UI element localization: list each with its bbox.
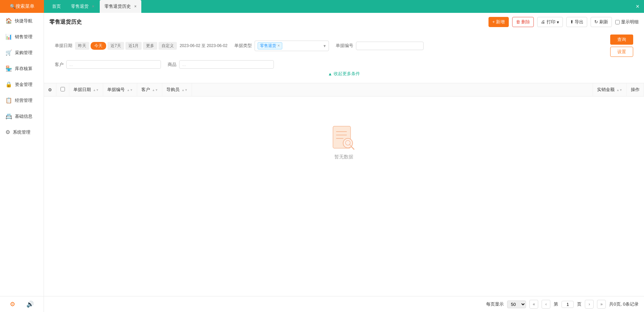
voucher-no-filter-group: 单据编号 bbox=[336, 42, 424, 50]
top-bar: 🔍 搜索菜单 首页 零售退货 × 零售退货历史 × × bbox=[0, 0, 644, 13]
delete-btn[interactable]: 🗑 删除 bbox=[512, 17, 534, 27]
customer-select[interactable]: ... bbox=[66, 60, 161, 69]
voucher-type-tag: 零售退货 × bbox=[258, 42, 282, 49]
voucher-type-filter-group: 单据类型 零售退货 × ▾ bbox=[234, 41, 329, 51]
page-label: 第 bbox=[554, 301, 558, 307]
tab-home[interactable]: 首页 bbox=[47, 0, 66, 13]
filter-area: 单据日期 昨天 今天 近7天 近1月 更多 自定义 2023-06-02 至 2… bbox=[49, 31, 639, 83]
page-size-label: 每页显示 bbox=[486, 301, 504, 307]
date-btns: 昨天 今天 近7天 近1月 更多 自定义 bbox=[75, 42, 177, 50]
date-range: 2023-06-02 至 2023-06-02 bbox=[180, 43, 227, 49]
empty-illustration bbox=[327, 124, 361, 154]
new-btn[interactable]: + 新增 bbox=[488, 17, 508, 27]
sidebar-item-finance-mgmt[interactable]: 🔒 资金管理 bbox=[0, 76, 44, 92]
sort-icon-guide: ▲▼ bbox=[182, 88, 188, 92]
show-detail-checkbox-label[interactable]: 显示明细 bbox=[615, 19, 639, 25]
setting-btn[interactable]: 设置 bbox=[610, 47, 633, 57]
page-input[interactable] bbox=[562, 301, 574, 308]
lock-icon: 🔒 bbox=[5, 81, 12, 88]
tab-retail-return-history[interactable]: 零售退货历史 × bbox=[100, 0, 141, 13]
sidebar-item-operations-mgmt[interactable]: 📋 经营管理 bbox=[0, 92, 44, 108]
sidebar-item-inventory-calc[interactable]: 🏪 库存核算 bbox=[0, 61, 44, 76]
col-actual-amount[interactable]: 实销金额 ▲▼ bbox=[593, 83, 626, 96]
window-close-btn[interactable]: × bbox=[631, 0, 644, 13]
goods-label: 商品 bbox=[168, 62, 176, 68]
select-all-checkbox[interactable] bbox=[61, 87, 65, 91]
goods-select[interactable]: ... bbox=[179, 60, 274, 69]
show-detail-checkbox[interactable] bbox=[615, 20, 620, 24]
empty-state: 暂无数据 bbox=[44, 96, 644, 187]
last-page-btn[interactable]: » bbox=[597, 300, 606, 309]
table-settings-icon[interactable]: ⚙ bbox=[48, 87, 52, 92]
data-table: ⚙ 单据日期 ▲▼ 单据编号 ▲▼ bbox=[44, 83, 644, 187]
filter-row-2: 客户 ... 商品 ... bbox=[55, 60, 633, 69]
tab-retail-return[interactable]: 零售退货 × bbox=[66, 0, 99, 13]
date-btn-yesterday[interactable]: 昨天 bbox=[75, 42, 89, 50]
col-action: 操作 bbox=[627, 83, 644, 96]
content-area: 零售退货历史 + 新增 🗑 删除 🖨 打印 ▾ ⬆ 导出 bbox=[44, 13, 644, 312]
home-icon: 🏠 bbox=[5, 18, 12, 24]
tab-bar: 首页 零售退货 × 零售退货历史 × bbox=[44, 0, 631, 13]
query-btn[interactable]: 查询 bbox=[610, 35, 633, 45]
refresh-btn[interactable]: ↻ 刷新 bbox=[591, 17, 612, 27]
export-btn[interactable]: ⬆ 导出 bbox=[566, 17, 588, 27]
date-btn-more[interactable]: 更多 bbox=[143, 42, 157, 50]
date-btn-custom[interactable]: 自定义 bbox=[159, 42, 177, 50]
voucher-type-select[interactable]: 零售退货 × ▾ bbox=[255, 41, 329, 51]
page-size-select[interactable]: 10 20 50 100 bbox=[507, 300, 526, 308]
chart-icon: 📊 bbox=[5, 34, 12, 40]
date-filter-group: 单据日期 昨天 今天 近7天 近1月 更多 自定义 2023-06-02 至 2… bbox=[55, 42, 228, 50]
total-info: 共0页, 0条记录 bbox=[609, 301, 639, 307]
prev-page-btn[interactable]: ‹ bbox=[542, 300, 550, 309]
date-btn-today[interactable]: 今天 bbox=[91, 42, 106, 50]
collapse-icon: ▲ bbox=[328, 71, 332, 76]
cart-icon: 🛒 bbox=[5, 49, 12, 56]
main-layout: 🏠 快捷导航 📊 销售管理 🛒 采购管理 🏪 库存核算 🔒 资金管理 📋 经营管… bbox=[0, 13, 644, 312]
voucher-no-label: 单据编号 bbox=[336, 43, 353, 49]
col-guide[interactable]: 导购员 ▲▼ bbox=[162, 83, 192, 96]
page-title: 零售退货历史 bbox=[49, 19, 82, 26]
sidebar: 🏠 快捷导航 📊 销售管理 🛒 采购管理 🏪 库存核算 🔒 资金管理 📋 经营管… bbox=[0, 13, 44, 312]
svg-line-5 bbox=[351, 147, 354, 149]
sort-icon-amount: ▲▼ bbox=[616, 88, 622, 92]
pagination-bar: 每页显示 10 20 50 100 « ‹ 第 页 › » 共0页, 0条记录 bbox=[44, 296, 644, 312]
next-page-btn[interactable]: › bbox=[585, 300, 594, 309]
sidebar-bottom: ⚙ 🔊 bbox=[0, 296, 44, 312]
toolbar: + 新增 🗑 删除 🖨 打印 ▾ ⬆ 导出 ↻ 刷新 bbox=[488, 17, 639, 27]
col-customer[interactable]: 客户 ▲▼ bbox=[137, 83, 162, 96]
settings-bottom-icon[interactable]: ⚙ bbox=[10, 300, 15, 308]
sidebar-item-basic-info[interactable]: 📇 基础信息 bbox=[0, 108, 44, 124]
collapse-btn[interactable]: ▲ 收起更多条件 bbox=[55, 69, 633, 80]
tab-retail-return-history-close[interactable]: × bbox=[134, 4, 137, 9]
voucher-type-label: 单据类型 bbox=[234, 43, 252, 49]
col-voucher-date[interactable]: 单据日期 ▲▼ bbox=[69, 83, 103, 96]
gear-icon: ⚙ bbox=[5, 129, 10, 135]
sort-icon-customer: ▲▼ bbox=[152, 88, 158, 92]
date-btn-7days[interactable]: 近7天 bbox=[108, 42, 124, 50]
select-dropdown-icon: ▾ bbox=[324, 43, 326, 48]
search-menu-btn[interactable]: 🔍 搜索菜单 bbox=[0, 0, 44, 13]
volume-icon[interactable]: 🔊 bbox=[26, 300, 34, 308]
sidebar-item-purchase-mgmt[interactable]: 🛒 采购管理 bbox=[0, 45, 44, 61]
page-title-row: 零售退货历史 + 新增 🗑 删除 🖨 打印 ▾ ⬆ 导出 bbox=[49, 17, 639, 27]
tag-close-icon[interactable]: × bbox=[278, 43, 280, 48]
sidebar-item-system-mgmt[interactable]: ⚙ 系统管理 bbox=[0, 124, 44, 140]
page-unit: 页 bbox=[577, 301, 581, 307]
sidebar-item-quick-nav[interactable]: 🏠 快捷导航 bbox=[0, 13, 44, 29]
page-header: 零售退货历史 + 新增 🗑 删除 🖨 打印 ▾ ⬆ 导出 bbox=[44, 13, 644, 83]
col-spacer bbox=[192, 83, 593, 96]
tab-retail-return-close[interactable]: × bbox=[92, 4, 94, 9]
card-icon: 📇 bbox=[5, 113, 12, 119]
col-settings[interactable]: ⚙ bbox=[44, 83, 56, 96]
first-page-btn[interactable]: « bbox=[529, 300, 538, 309]
date-btn-1month[interactable]: 近1月 bbox=[125, 42, 142, 50]
col-voucher-no[interactable]: 单据编号 ▲▼ bbox=[103, 83, 137, 96]
warehouse-icon: 🏪 bbox=[5, 65, 12, 72]
col-checkbox[interactable] bbox=[56, 83, 69, 96]
filter-action-btns: 查询 设置 bbox=[610, 35, 633, 57]
customer-label: 客户 bbox=[55, 62, 64, 68]
sidebar-item-sales-mgmt[interactable]: 📊 销售管理 bbox=[0, 29, 44, 45]
voucher-no-input[interactable] bbox=[356, 42, 424, 50]
print-btn[interactable]: 🖨 打印 ▾ bbox=[537, 17, 563, 27]
empty-text: 暂无数据 bbox=[334, 154, 353, 160]
